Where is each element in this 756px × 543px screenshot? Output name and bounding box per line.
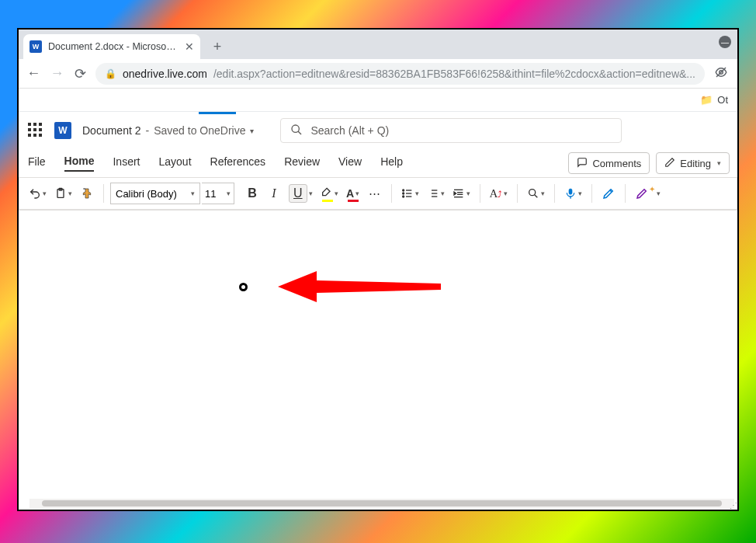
lock-icon: 🔒 <box>105 68 116 79</box>
tab-references[interactable]: References <box>210 155 266 171</box>
chevron-down-icon: ▾ <box>43 190 47 197</box>
pencil-icon <box>664 157 675 170</box>
indent-button[interactable]: ▾ <box>449 182 473 205</box>
browser-toolbar: ← → ⟳ 🔒 onedrive.live.com /edit.aspx?act… <box>19 59 737 89</box>
svg-line-3 <box>298 131 301 134</box>
comments-label: Comments <box>592 158 641 169</box>
underline-button[interactable]: U▾ <box>286 182 316 205</box>
bullets-button[interactable]: ▾ <box>398 182 422 205</box>
ribbon-tabs: File Home Insert Layout References Revie… <box>19 149 737 177</box>
incognito-icon[interactable] <box>714 65 728 82</box>
separator <box>625 184 626 203</box>
separator <box>554 184 555 203</box>
search-input[interactable]: Search (Alt + Q) <box>280 118 622 143</box>
separator <box>103 184 104 203</box>
tab-home[interactable]: Home <box>64 155 95 172</box>
editing-label: Editing <box>680 158 711 169</box>
paste-button[interactable]: ▾ <box>51 182 75 205</box>
url-path: /edit.aspx?action=editnew&resid=88362BA1… <box>213 68 695 80</box>
browser-tab-strip: W Document 2.docx - Microsoft Wo ✕ + — <box>19 30 737 59</box>
comment-icon <box>577 157 588 170</box>
comments-button[interactable]: Comments <box>568 152 650 174</box>
bold-button[interactable]: B <box>242 182 262 205</box>
editor-button[interactable] <box>598 182 619 205</box>
scrollbar-thumb[interactable] <box>42 500 722 506</box>
svg-line-20 <box>535 195 538 198</box>
find-button[interactable]: ▾ <box>524 182 548 205</box>
designer-button[interactable]: ✦ ▾ <box>632 182 664 205</box>
search-placeholder: Search (Alt + Q) <box>310 124 389 137</box>
tab-help[interactable]: Help <box>380 155 403 171</box>
annotation-arrow <box>262 263 449 310</box>
address-bar[interactable]: 🔒 onedrive.live.com /edit.aspx?action=ed… <box>95 63 705 85</box>
browser-tab[interactable]: W Document 2.docx - Microsoft Wo ✕ <box>23 34 200 59</box>
font-size-select[interactable]: 11 ▾ <box>202 183 234 204</box>
styles-button[interactable]: A⤴▾ <box>487 182 512 205</box>
chevron-down-icon: ▾ <box>68 190 72 197</box>
tab-review[interactable]: Review <box>284 155 320 171</box>
folder-icon[interactable]: 📁 <box>700 94 713 106</box>
word-header: W Document 2 - Saved to OneDrive ▾ Searc… <box>19 112 737 149</box>
chevron-down-icon: ▾ <box>717 159 721 167</box>
document-canvas[interactable]: ⋰ <box>19 210 737 510</box>
font-family-select[interactable]: Calibri (Body) ▾ <box>110 183 200 204</box>
font-size-value: 11 <box>205 188 216 200</box>
undo-button[interactable]: ▾ <box>26 182 50 205</box>
reload-button[interactable]: ⟳ <box>72 63 89 85</box>
more-formatting-button[interactable]: ⋯ <box>365 182 385 205</box>
svg-point-2 <box>292 125 299 132</box>
chevron-down-icon: ▾ <box>191 190 195 197</box>
tab-file[interactable]: File <box>28 155 46 171</box>
back-button[interactable]: ← <box>25 63 42 85</box>
svg-point-6 <box>402 190 404 191</box>
svg-marker-23 <box>278 271 441 302</box>
document-page[interactable] <box>29 211 734 510</box>
separator <box>591 184 592 203</box>
chevron-down-icon: ▾ <box>227 190 231 197</box>
horizontal-scrollbar[interactable] <box>29 499 734 508</box>
word-logo-icon: W <box>54 122 71 139</box>
dictate-button[interactable]: ▾ <box>561 182 585 205</box>
minimize-icon[interactable]: — <box>719 36 731 48</box>
separator <box>480 184 480 203</box>
browser-tab-title: Document 2.docx - Microsoft Wo <box>48 41 179 52</box>
bookmark-folder-label[interactable]: Ot <box>717 94 728 106</box>
editing-mode-button[interactable]: Editing ▾ <box>656 152 730 174</box>
browser-window: W Document 2.docx - Microsoft Wo ✕ + — ←… <box>17 28 739 511</box>
separator <box>517 184 518 203</box>
format-painter-button[interactable] <box>77 182 97 205</box>
italic-button[interactable]: I <box>264 182 284 205</box>
active-tab-indicator <box>199 112 236 114</box>
app-launcher-icon[interactable] <box>28 123 43 138</box>
svg-point-8 <box>402 193 404 194</box>
bookmark-bar: 📁 Ot <box>19 89 737 112</box>
word-favicon: W <box>29 40 42 53</box>
svg-point-10 <box>402 196 404 197</box>
separator <box>391 184 392 203</box>
numbering-button[interactable]: ▾ <box>424 182 448 205</box>
save-status: Saved to OneDrive <box>154 124 245 137</box>
highlight-button[interactable]: ▾ <box>317 182 342 205</box>
svg-point-19 <box>529 190 536 196</box>
search-icon <box>290 124 303 138</box>
font-name-value: Calibri (Body) <box>116 188 177 200</box>
forward-button[interactable]: → <box>48 63 65 85</box>
new-tab-button[interactable]: + <box>206 36 228 57</box>
tab-layout[interactable]: Layout <box>158 155 191 171</box>
svg-rect-21 <box>569 189 572 194</box>
tab-insert[interactable]: Insert <box>113 155 140 171</box>
doc-name: Document 2 <box>82 124 140 137</box>
ribbon-toolbar: ▾ ▾ Calibri (Body) ▾ 11 ▾ B I U▾ <box>19 177 737 210</box>
font-color-button[interactable]: A ▾ <box>343 182 363 205</box>
tab-view[interactable]: View <box>338 155 362 171</box>
close-tab-icon[interactable]: ✕ <box>185 40 194 53</box>
chevron-down-icon: ▾ <box>250 127 254 135</box>
document-title[interactable]: Document 2 - Saved to OneDrive ▾ <box>82 124 254 137</box>
bullet-marker <box>239 283 248 291</box>
resize-grip-icon[interactable]: ⋰ <box>728 500 737 510</box>
url-host: onedrive.live.com <box>123 68 207 80</box>
